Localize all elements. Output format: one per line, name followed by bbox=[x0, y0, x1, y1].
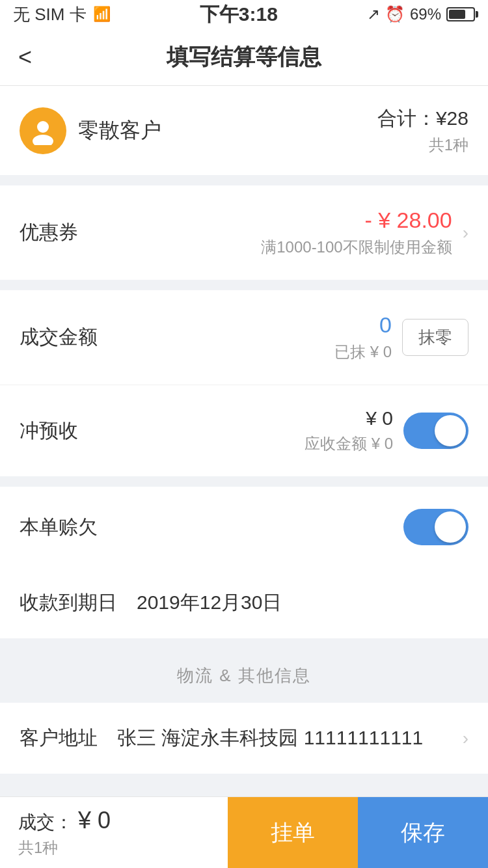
transaction-label: 成交金额 bbox=[20, 324, 98, 351]
save-button[interactable]: 保存 bbox=[358, 797, 488, 869]
page-title: 填写结算等信息 bbox=[167, 42, 321, 72]
back-button[interactable]: < bbox=[18, 44, 32, 71]
credit-label: 本单赊欠 bbox=[20, 514, 98, 541]
coupon-row[interactable]: 优惠券 - ¥ 28.00 满1000-100不限制使用金额 › bbox=[0, 185, 488, 280]
address-label: 客户地址 bbox=[20, 725, 98, 752]
battery-icon bbox=[446, 7, 475, 21]
address-card: 客户地址 张三 海淀永丰科技园 11111111111 › bbox=[0, 703, 488, 774]
wifi-icon: 📶 bbox=[93, 6, 111, 23]
avatar-icon bbox=[29, 116, 57, 145]
transaction-card: 成交金额 0 已抹 ¥ 0 抹零 冲预收 ¥ 0 应收金额 ¥ 0 bbox=[0, 290, 488, 476]
transaction-row: 成交金额 0 已抹 ¥ 0 抹零 bbox=[0, 290, 488, 385]
customer-avatar bbox=[20, 107, 66, 154]
prepay-value-block: ¥ 0 应收金额 ¥ 0 bbox=[305, 407, 393, 454]
due-date-label: 收款到期日 bbox=[20, 590, 117, 616]
customer-name: 零散客户 bbox=[78, 116, 161, 145]
bottom-transaction-value: ¥ 0 bbox=[78, 807, 111, 834]
bottom-count: 共1种 bbox=[18, 837, 210, 858]
credit-card: 本单赊欠 收款到期日 2019年12月30日 bbox=[0, 487, 488, 638]
toggle-knob bbox=[435, 415, 466, 446]
bottom-transaction-label: 成交： bbox=[18, 810, 73, 835]
credit-toggle-knob bbox=[435, 511, 466, 543]
prepay-sub: 应收金额 ¥ 0 bbox=[305, 433, 393, 454]
transaction-value: 0 bbox=[334, 312, 392, 338]
prepay-row: 冲预收 ¥ 0 应收金额 ¥ 0 bbox=[0, 385, 488, 476]
status-right: ↗ ⏰ 69% bbox=[367, 5, 475, 23]
credit-toggle[interactable] bbox=[403, 509, 468, 545]
due-date-row: 收款到期日 2019年12月30日 bbox=[0, 567, 488, 638]
customer-card: 零散客户 合计：¥28 共1种 bbox=[0, 86, 488, 175]
prepay-value: ¥ 0 bbox=[305, 407, 393, 429]
bottom-bar: 成交： ¥ 0 共1种 挂单 保存 bbox=[0, 796, 488, 868]
prepay-right: ¥ 0 应收金额 ¥ 0 bbox=[305, 407, 468, 454]
status-time: 下午3:18 bbox=[200, 1, 278, 28]
alarm-icon: ⏰ bbox=[385, 5, 405, 23]
coupon-discount: - ¥ 28.00 bbox=[261, 208, 452, 233]
status-left: 无 SIM 卡 📶 bbox=[13, 3, 111, 26]
prepay-label: 冲预收 bbox=[20, 418, 78, 444]
logistics-divider: 物流 & 其他信息 bbox=[0, 649, 488, 703]
coupon-note: 满1000-100不限制使用金额 bbox=[261, 237, 452, 258]
content: 零散客户 合计：¥28 共1种 优惠券 - ¥ 28.00 满1000-100不… bbox=[0, 86, 488, 856]
address-row[interactable]: 客户地址 张三 海淀永丰科技园 11111111111 › bbox=[0, 703, 488, 774]
sim-status: 无 SIM 卡 bbox=[13, 3, 87, 26]
coupon-label: 优惠券 bbox=[20, 219, 78, 246]
location-icon: ↗ bbox=[367, 5, 380, 23]
coupon-card: 优惠券 - ¥ 28.00 满1000-100不限制使用金额 › bbox=[0, 185, 488, 280]
status-bar: 无 SIM 卡 📶 下午3:18 ↗ ⏰ 69% bbox=[0, 0, 488, 29]
prepay-toggle[interactable] bbox=[403, 413, 468, 449]
total-amount: 合计：¥28 bbox=[377, 105, 468, 132]
customer-info: 零散客户 bbox=[20, 107, 161, 154]
coupon-right: - ¥ 28.00 满1000-100不限制使用金额 › bbox=[261, 208, 468, 258]
customer-total: 合计：¥28 共1种 bbox=[377, 105, 468, 156]
due-date-value: 2019年12月30日 bbox=[137, 590, 282, 616]
credit-row: 本单赊欠 bbox=[0, 487, 488, 567]
svg-point-1 bbox=[33, 135, 53, 145]
chevron-right-icon: › bbox=[463, 223, 468, 243]
credit-right bbox=[403, 509, 468, 545]
battery-percent: 69% bbox=[410, 5, 441, 23]
svg-point-0 bbox=[37, 121, 49, 133]
customer-row: 零散客户 合计：¥28 共1种 bbox=[0, 86, 488, 175]
transaction-value-block: 0 已抹 ¥ 0 bbox=[334, 312, 392, 362]
bottom-info: 成交： ¥ 0 共1种 bbox=[0, 807, 228, 858]
round-zero-button[interactable]: 抹零 bbox=[402, 319, 468, 356]
nav-bar: < 填写结算等信息 bbox=[0, 29, 488, 86]
transaction-right: 0 已抹 ¥ 0 抹零 bbox=[334, 312, 468, 362]
bottom-amount: 成交： ¥ 0 bbox=[18, 807, 210, 835]
total-count: 共1种 bbox=[377, 135, 468, 156]
hang-button[interactable]: 挂单 bbox=[228, 797, 358, 869]
coupon-value-block: - ¥ 28.00 满1000-100不限制使用金额 bbox=[261, 208, 452, 258]
address-chevron-icon: › bbox=[463, 728, 468, 749]
transaction-sub: 已抹 ¥ 0 bbox=[334, 342, 392, 362]
address-value: 张三 海淀永丰科技园 11111111111 bbox=[117, 725, 443, 752]
